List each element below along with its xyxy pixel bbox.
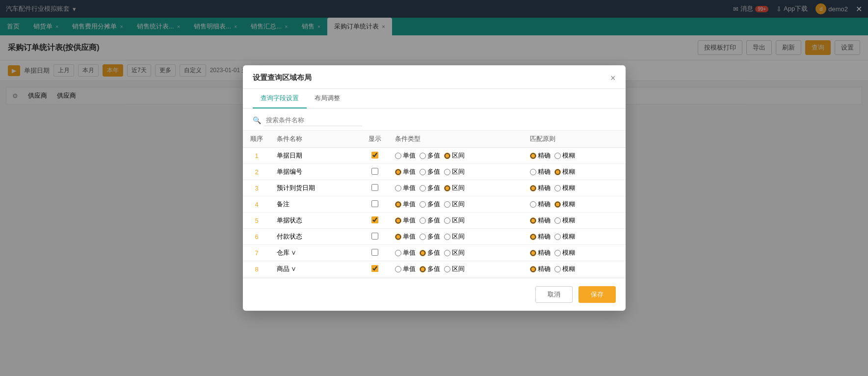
type-multi-label[interactable]: 多值 bbox=[420, 200, 440, 209]
type-range-radio[interactable] bbox=[444, 201, 450, 208]
type-single-radio[interactable] bbox=[395, 217, 401, 224]
type-range-radio[interactable] bbox=[444, 217, 450, 224]
match-exact-radio[interactable] bbox=[530, 266, 536, 272]
table-row: 3预计到货日期单值多值区间精确模糊 bbox=[243, 180, 626, 196]
match-fuzzy-radio[interactable] bbox=[554, 234, 561, 240]
display-checkbox[interactable] bbox=[371, 152, 378, 159]
match-fuzzy-radio[interactable] bbox=[554, 153, 561, 159]
match-exact-label[interactable]: 精确 bbox=[530, 248, 551, 257]
match-exact-label[interactable]: 精确 bbox=[530, 151, 551, 160]
type-multi-radio[interactable] bbox=[420, 153, 426, 159]
type-multi-radio[interactable] bbox=[420, 234, 426, 240]
search-input[interactable] bbox=[264, 114, 362, 126]
type-single-radio[interactable] bbox=[395, 266, 401, 272]
match-exact-radio[interactable] bbox=[530, 201, 536, 208]
match-fuzzy-radio[interactable] bbox=[554, 266, 561, 272]
type-range-label[interactable]: 区间 bbox=[444, 216, 465, 225]
type-single-label[interactable]: 单值 bbox=[395, 265, 416, 273]
row-name: 单据日期 bbox=[271, 148, 361, 164]
tab-layout-adjust[interactable]: 布局调整 bbox=[307, 89, 348, 108]
match-exact-radio[interactable] bbox=[530, 153, 536, 159]
type-range-label[interactable]: 区间 bbox=[444, 184, 465, 192]
match-fuzzy-label[interactable]: 模糊 bbox=[554, 167, 575, 176]
type-multi-label[interactable]: 多值 bbox=[420, 167, 440, 176]
type-range-radio[interactable] bbox=[444, 250, 450, 256]
match-fuzzy-label[interactable]: 模糊 bbox=[554, 248, 575, 257]
type-single-radio[interactable] bbox=[395, 201, 401, 208]
type-range-radio[interactable] bbox=[444, 169, 450, 175]
match-fuzzy-radio[interactable] bbox=[554, 169, 561, 175]
type-range-label[interactable]: 区间 bbox=[444, 232, 465, 241]
match-exact-radio[interactable] bbox=[530, 250, 536, 256]
display-checkbox[interactable] bbox=[371, 265, 378, 272]
type-multi-radio[interactable] bbox=[420, 185, 426, 191]
type-single-label[interactable]: 单值 bbox=[395, 151, 416, 160]
type-multi-radio[interactable] bbox=[420, 266, 426, 272]
conditions-table-scroll[interactable]: 顺序 条件名称 显示 条件类型 匹配原则 1单据日期单值多值区间精确模糊2单据编… bbox=[243, 131, 626, 278]
match-exact-label[interactable]: 精确 bbox=[530, 216, 551, 225]
dialog: 设置查询区域布局 × 查询字段设置 布局调整 🔍 顺序 条件名称 显示 条件类型 bbox=[243, 65, 626, 311]
match-exact-radio[interactable] bbox=[530, 217, 536, 224]
match-exact-label[interactable]: 精确 bbox=[530, 184, 551, 192]
type-range-radio[interactable] bbox=[444, 234, 450, 240]
type-range-label[interactable]: 区间 bbox=[444, 200, 465, 209]
match-fuzzy-radio[interactable] bbox=[554, 201, 561, 208]
type-single-label[interactable]: 单值 bbox=[395, 184, 416, 192]
match-exact-label[interactable]: 精确 bbox=[530, 167, 551, 176]
match-exact-label[interactable]: 精确 bbox=[530, 232, 551, 241]
type-single-radio[interactable] bbox=[395, 153, 401, 159]
type-multi-radio[interactable] bbox=[420, 217, 426, 224]
type-single-label[interactable]: 单值 bbox=[395, 167, 416, 176]
display-checkbox[interactable] bbox=[371, 249, 378, 256]
type-range-radio[interactable] bbox=[444, 266, 450, 272]
type-range-radio[interactable] bbox=[444, 153, 450, 159]
type-single-label[interactable]: 单值 bbox=[395, 248, 416, 257]
type-single-radio[interactable] bbox=[395, 185, 401, 191]
match-fuzzy-label[interactable]: 模糊 bbox=[554, 151, 575, 160]
match-fuzzy-label[interactable]: 模糊 bbox=[554, 184, 575, 192]
row-order: 5 bbox=[243, 213, 271, 229]
type-single-radio[interactable] bbox=[395, 169, 401, 175]
save-button[interactable]: 保存 bbox=[579, 286, 616, 303]
match-fuzzy-label[interactable]: 模糊 bbox=[554, 200, 575, 209]
match-exact-radio[interactable] bbox=[530, 185, 536, 191]
match-fuzzy-radio[interactable] bbox=[554, 217, 561, 224]
type-multi-radio[interactable] bbox=[420, 201, 426, 208]
type-range-label[interactable]: 区间 bbox=[444, 167, 465, 176]
display-checkbox[interactable] bbox=[371, 168, 378, 175]
type-range-label[interactable]: 区间 bbox=[444, 265, 465, 273]
match-fuzzy-radio[interactable] bbox=[554, 185, 561, 191]
match-fuzzy-label[interactable]: 模糊 bbox=[554, 265, 575, 273]
type-multi-label[interactable]: 多值 bbox=[420, 232, 440, 241]
type-multi-label[interactable]: 多值 bbox=[420, 248, 440, 257]
type-range-label[interactable]: 区间 bbox=[444, 248, 465, 257]
type-single-label[interactable]: 单值 bbox=[395, 200, 416, 209]
display-checkbox[interactable] bbox=[371, 184, 378, 191]
type-single-radio[interactable] bbox=[395, 250, 401, 256]
match-exact-radio[interactable] bbox=[530, 234, 536, 240]
type-multi-radio[interactable] bbox=[420, 250, 426, 256]
type-range-radio[interactable] bbox=[444, 185, 450, 191]
row-order: 3 bbox=[243, 180, 271, 196]
type-multi-radio[interactable] bbox=[420, 169, 426, 175]
display-checkbox[interactable] bbox=[371, 233, 378, 240]
tab-query-fields[interactable]: 查询字段设置 bbox=[253, 89, 307, 108]
type-multi-label[interactable]: 多值 bbox=[420, 184, 440, 192]
match-fuzzy-radio[interactable] bbox=[554, 250, 561, 256]
dialog-close-button[interactable]: × bbox=[610, 74, 616, 82]
match-exact-radio[interactable] bbox=[530, 169, 536, 175]
cancel-button[interactable]: 取消 bbox=[535, 286, 573, 303]
match-exact-label[interactable]: 精确 bbox=[530, 200, 551, 209]
type-multi-label[interactable]: 多值 bbox=[420, 216, 440, 225]
type-single-label[interactable]: 单值 bbox=[395, 216, 416, 225]
display-checkbox[interactable] bbox=[371, 216, 378, 223]
match-exact-label[interactable]: 精确 bbox=[530, 265, 551, 273]
type-range-label[interactable]: 区间 bbox=[444, 151, 465, 160]
display-checkbox[interactable] bbox=[371, 200, 378, 207]
type-multi-label[interactable]: 多值 bbox=[420, 151, 440, 160]
type-single-label[interactable]: 单值 bbox=[395, 232, 416, 241]
type-multi-label[interactable]: 多值 bbox=[420, 265, 440, 273]
match-fuzzy-label[interactable]: 模糊 bbox=[554, 216, 575, 225]
type-single-radio[interactable] bbox=[395, 234, 401, 240]
match-fuzzy-label[interactable]: 模糊 bbox=[554, 232, 575, 241]
